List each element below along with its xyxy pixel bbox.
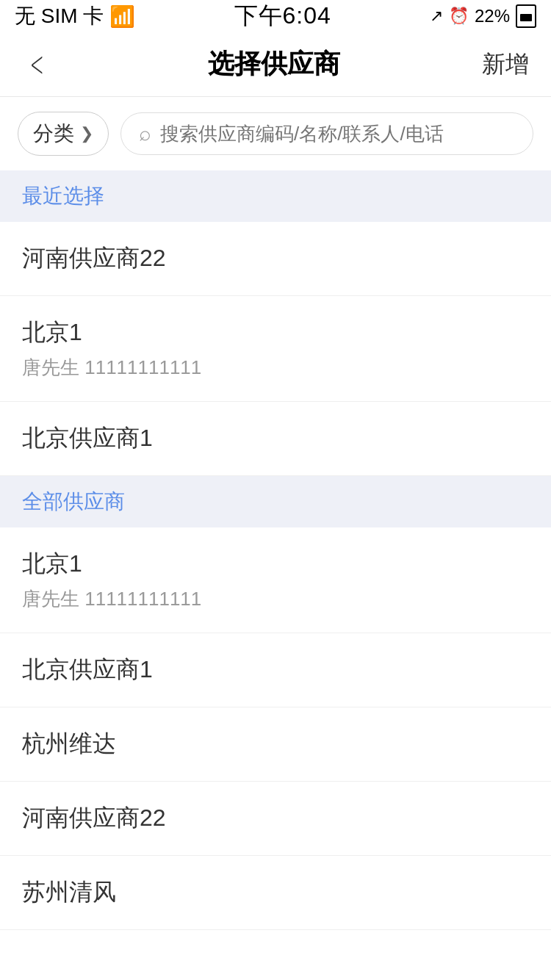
alarm-icon: ⏰ (449, 7, 469, 26)
item-name: 北京供应商1 (22, 422, 529, 455)
recent-items-list: 河南供应商22北京1唐先生 11111111111北京供应商1 (0, 222, 551, 476)
item-name: 苏州清风 (22, 876, 529, 909)
battery-icon (516, 4, 536, 28)
search-input[interactable] (160, 123, 515, 145)
all-items-list: 北京1唐先生 11111111111北京供应商1杭州维达河南供应商22苏州清风 (0, 527, 551, 930)
status-bar: 无 SIM 卡 📶 下午6:04 ↗ ⏰ 22% (0, 0, 551, 32)
status-time: 下午6:04 (234, 0, 331, 32)
filter-bar: 分类 ❯ ⌕ (0, 97, 551, 170)
list-item[interactable]: 北京供应商1 (0, 633, 551, 707)
status-right: ↗ ⏰ 22% (430, 4, 536, 28)
chevron-right-icon: ❯ (80, 124, 93, 143)
search-icon: ⌕ (139, 122, 151, 145)
item-name: 北京1 (22, 317, 529, 349)
search-bar[interactable]: ⌕ (120, 112, 533, 155)
item-name: 河南供应商22 (22, 242, 529, 275)
item-name: 河南供应商22 (22, 802, 529, 835)
item-name: 北京1 (22, 548, 529, 580)
list-item[interactable]: 北京1唐先生 11111111111 (0, 296, 551, 402)
all-section-label: 全部供应商 (22, 490, 125, 513)
recent-section-label: 最近选择 (22, 184, 104, 207)
status-left: 无 SIM 卡 📶 (15, 2, 135, 30)
battery-percent: 22% (475, 6, 510, 26)
location-icon: ↗ (430, 7, 443, 26)
all-section-header: 全部供应商 (0, 476, 551, 527)
page-title: 选择供应商 (208, 46, 340, 82)
item-name: 杭州维达 (22, 728, 529, 760)
recent-section-header: 最近选择 (0, 170, 551, 222)
back-button[interactable]: ﹤ (22, 43, 66, 86)
wifi-icon: 📶 (109, 4, 135, 29)
list-item[interactable]: 杭州维达 (0, 707, 551, 782)
category-label: 分类 (33, 120, 74, 148)
item-name: 北京供应商1 (22, 654, 529, 686)
item-sub: 唐先生 11111111111 (22, 586, 529, 612)
list-item[interactable]: 苏州清风 (0, 856, 551, 930)
nav-bar: ﹤ 选择供应商 新增 (0, 32, 551, 97)
new-action-button[interactable]: 新增 (482, 48, 529, 81)
category-button[interactable]: 分类 ❯ (18, 112, 109, 156)
item-sub: 唐先生 11111111111 (22, 355, 529, 381)
list-item[interactable]: 北京供应商1 (0, 402, 551, 476)
list-item[interactable]: 河南供应商22 (0, 222, 551, 296)
list-item[interactable]: 河南供应商22 (0, 782, 551, 856)
sim-text: 无 SIM 卡 (15, 2, 104, 30)
list-item[interactable]: 北京1唐先生 11111111111 (0, 527, 551, 633)
